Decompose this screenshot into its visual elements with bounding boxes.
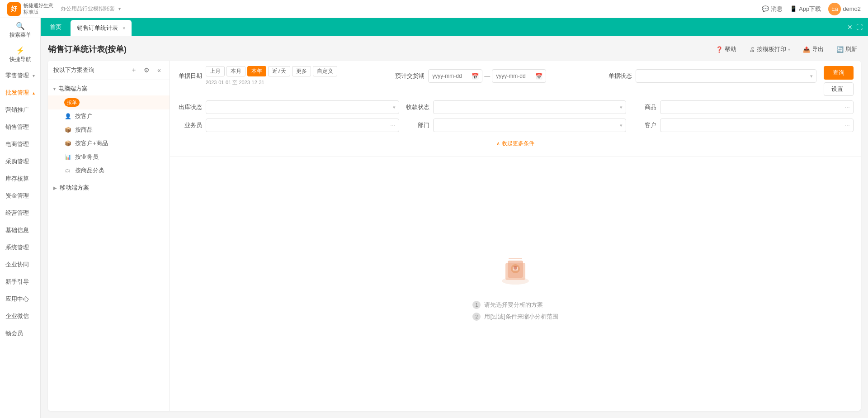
customer-more-icon[interactable]: ··· bbox=[844, 122, 850, 129]
scheme-mobile-group-header[interactable]: ▶ 移动端方案 bbox=[48, 181, 170, 195]
delivery-status-control: ▾ bbox=[206, 100, 399, 114]
dept-input[interactable] bbox=[433, 119, 627, 132]
sidebar-item-purchase[interactable]: 采购管理 bbox=[0, 153, 40, 170]
date-btn-custom[interactable]: 自定义 bbox=[313, 66, 337, 76]
sidebar-item-retail[interactable]: 零售管理 ▾ bbox=[0, 67, 40, 84]
scheme-pc-group-header[interactable]: ▾ 电脑端方案 bbox=[48, 82, 170, 95]
scheme-item-by-staff[interactable]: 📊 按业务员 bbox=[48, 150, 170, 164]
help-button[interactable]: ❓ 帮助 bbox=[712, 43, 740, 55]
staff-chart-icon: 📊 bbox=[64, 153, 71, 161]
reset-button[interactable]: 设置 bbox=[824, 82, 854, 96]
sidebar-quicknav-item[interactable]: ⚡ 快捷导航 bbox=[0, 43, 40, 67]
scheme-circle-icon: 按单 bbox=[64, 98, 80, 107]
sidebar-item-ecommerce[interactable]: 电商管理 bbox=[0, 136, 40, 153]
sidebar-item-newbie[interactable]: 新手引导 bbox=[0, 273, 40, 290]
product-more-icon[interactable]: ··· bbox=[844, 104, 850, 111]
scheme-item-by-product[interactable]: 📦 按商品 bbox=[48, 123, 170, 137]
user-area[interactable]: Ea demo2 bbox=[828, 3, 861, 15]
payment-status-control: ▾ bbox=[433, 100, 627, 114]
sidebar-item-appstore[interactable]: 应用中心 bbox=[0, 290, 40, 308]
staff-control: ··· bbox=[206, 119, 399, 132]
dept-label: 部门 bbox=[405, 121, 429, 129]
refresh-button[interactable]: 🔄 刷新 bbox=[833, 43, 861, 55]
export-button[interactable]: 📤 导出 bbox=[799, 43, 827, 55]
collapse-bar[interactable]: ∧ 收起更多条件 bbox=[177, 136, 854, 151]
staff-input[interactable] bbox=[206, 119, 399, 132]
sidebar-item-corp[interactable]: 企业协同 bbox=[0, 256, 40, 273]
scheme-item-by-cust-prod[interactable]: 📦 按客户+商品 bbox=[48, 137, 170, 150]
customer-icon: 👤 bbox=[64, 113, 71, 120]
sidebar-item-wholesale[interactable]: 批发管理 ▴ bbox=[0, 84, 40, 101]
sidebar-search-item[interactable]: 🔍 搜索菜单 bbox=[0, 18, 40, 43]
scheme-item-by-customer[interactable]: 👤 按客户 bbox=[48, 109, 170, 123]
scheme-item-by-category[interactable]: 🗂 按商品分类 bbox=[48, 164, 170, 177]
doc-status-input[interactable] bbox=[636, 69, 816, 83]
content-split: 按以下方案查询 ＋ ⚙ « ▾ 电脑端方案 按单 bbox=[48, 61, 861, 411]
product-input[interactable] bbox=[660, 100, 854, 114]
scheme-item-by-order[interactable]: 按单 bbox=[48, 95, 170, 109]
add-scheme-icon[interactable]: ＋ bbox=[129, 65, 139, 75]
doc-status-label: 单据状态 bbox=[607, 72, 632, 80]
delivery-date-inputs: 📅 — 📅 bbox=[428, 69, 601, 83]
category-icon: 🗂 bbox=[64, 167, 71, 174]
query-buttons: 查询 设置 bbox=[816, 66, 854, 96]
svg-point-5 bbox=[514, 266, 517, 270]
payment-status-label: 收款状态 bbox=[405, 103, 429, 111]
field-delivery-date: 预计交货期 📅 — bbox=[392, 69, 601, 83]
sidebar-item-operation[interactable]: 经营管理 bbox=[0, 204, 40, 222]
search-icon: 🔍 bbox=[16, 22, 25, 30]
app-title-label: 办公用品行业模拟账套 bbox=[61, 5, 115, 13]
date-btn-this-year[interactable]: 本年 bbox=[247, 66, 266, 76]
tab-maximize-icon[interactable]: ⛶ bbox=[856, 24, 863, 31]
date-btn-more[interactable]: 更多 bbox=[292, 66, 311, 76]
tab-home[interactable]: 首页 bbox=[41, 18, 71, 36]
print-icon: 🖨 bbox=[749, 46, 755, 53]
download-icon: 📱 bbox=[790, 5, 797, 12]
dept-dropdown-icon: ▾ bbox=[620, 123, 623, 128]
payment-status-input[interactable] bbox=[433, 100, 627, 114]
sidebar-item-finance[interactable]: 资金管理 bbox=[0, 187, 40, 204]
export-icon: 📤 bbox=[803, 46, 810, 53]
mobile-group-arrow-icon: ▶ bbox=[53, 185, 57, 190]
staff-more-icon[interactable]: ··· bbox=[390, 122, 396, 129]
customer-input[interactable] bbox=[660, 119, 854, 132]
empty-tip-2: 2 用[过滤]条件来缩小分析范围 bbox=[472, 313, 558, 321]
edit-scheme-icon[interactable]: ⚙ bbox=[142, 65, 151, 75]
collapse-panel-icon[interactable]: « bbox=[154, 65, 164, 75]
query-button[interactable]: 查询 bbox=[824, 66, 854, 80]
dept-control: ▾ bbox=[433, 119, 627, 132]
sidebar-item-marketing[interactable]: 营销推广 bbox=[0, 101, 40, 119]
chevron-right-icon: ▾ bbox=[33, 73, 35, 78]
sidebar-item-corpwx[interactable]: 企业微信 bbox=[0, 308, 40, 325]
field-customer: 客户 ··· bbox=[632, 119, 854, 132]
date-controls: 上月 本月 本年 近7天 更多 自定义 2023-01-01 至 2023-12… bbox=[206, 66, 387, 86]
group-arrow-icon: ▾ bbox=[53, 86, 56, 91]
message-action[interactable]: 💬 消息 bbox=[762, 5, 783, 13]
product-icon: 📦 bbox=[64, 126, 71, 133]
calendar-from-icon: 📅 bbox=[472, 73, 479, 80]
chevron-up-icon: ▴ bbox=[33, 90, 35, 95]
customer-control: ··· bbox=[660, 119, 854, 132]
app-title-dropdown[interactable]: ▾ bbox=[118, 6, 121, 11]
delivery-status-input[interactable] bbox=[206, 100, 399, 114]
field-payment-status: 收款状态 ▾ bbox=[405, 100, 627, 114]
date-btn-prev-month[interactable]: 上月 bbox=[206, 66, 225, 76]
sidebar-item-basic[interactable]: 基础信息 bbox=[0, 222, 40, 239]
sidebar-item-sales[interactable]: 销售管理 bbox=[0, 119, 40, 136]
print-button[interactable]: 🖨 按模板打印 ▾ bbox=[745, 43, 794, 55]
app-download-action[interactable]: 📱 App下载 bbox=[790, 5, 821, 13]
field-dept: 部门 ▾ bbox=[405, 119, 627, 132]
sidebar-item-vip[interactable]: 畅会员 bbox=[0, 325, 40, 342]
delivery-date-to-wrapper: 📅 bbox=[492, 69, 546, 83]
sidebar-item-system[interactable]: 系统管理 bbox=[0, 239, 40, 256]
tab-active[interactable]: 销售订单统计表 × bbox=[71, 20, 132, 36]
staff-label: 业务员 bbox=[177, 121, 202, 129]
date-btn-last7[interactable]: 近7天 bbox=[268, 66, 290, 76]
date-btn-this-month[interactable]: 本月 bbox=[226, 66, 245, 76]
left-panel-header: 按以下方案查询 ＋ ⚙ « bbox=[48, 61, 170, 80]
tab-close-window-icon[interactable]: ✕ bbox=[847, 24, 853, 31]
tip-num-2: 2 bbox=[472, 313, 481, 321]
user-avatar: Ea bbox=[828, 3, 841, 15]
tab-close-icon[interactable]: × bbox=[123, 25, 125, 31]
sidebar-item-inventory[interactable]: 库存核算 bbox=[0, 170, 40, 187]
